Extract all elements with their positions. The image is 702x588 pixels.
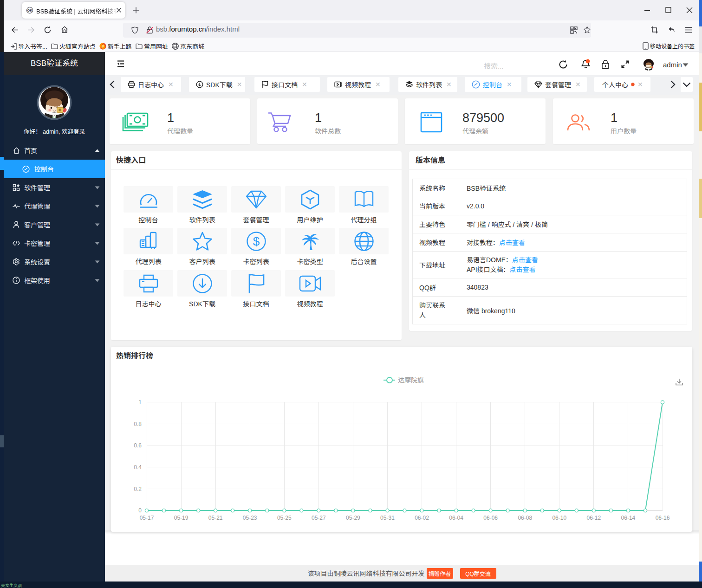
svg-text:OK: OK <box>27 8 32 13</box>
svg-text:05-23: 05-23 <box>243 515 257 521</box>
svg-text:06-06: 06-06 <box>483 515 498 521</box>
svg-text:06-10: 06-10 <box>552 515 566 521</box>
svg-text:0.4: 0.4 <box>134 464 142 471</box>
svg-text:06-14: 06-14 <box>621 515 636 521</box>
svg-text:05-19: 05-19 <box>174 515 188 521</box>
svg-text:0: 0 <box>138 507 142 514</box>
svg-text:05-25: 05-25 <box>277 515 292 521</box>
svg-text:0.6: 0.6 <box>134 442 142 449</box>
svg-text:06-12: 06-12 <box>587 515 601 521</box>
svg-text:0.8: 0.8 <box>134 421 142 427</box>
svg-text:$: $ <box>253 234 260 248</box>
svg-text:06-02: 06-02 <box>415 515 429 521</box>
svg-text:1: 1 <box>138 399 142 406</box>
svg-text:05-29: 05-29 <box>346 515 360 521</box>
svg-text:06-16: 06-16 <box>656 515 670 521</box>
svg-text:05-17: 05-17 <box>140 515 154 521</box>
svg-text:达摩院旗: 达摩院旗 <box>398 376 424 384</box>
svg-text:05-31: 05-31 <box>380 515 395 521</box>
svg-text:05-21: 05-21 <box>208 515 223 521</box>
svg-text:0.2: 0.2 <box>134 486 142 492</box>
svg-text:06-08: 06-08 <box>518 515 532 521</box>
svg-text:05-27: 05-27 <box>312 515 326 521</box>
svg-text:06-04: 06-04 <box>449 515 463 521</box>
